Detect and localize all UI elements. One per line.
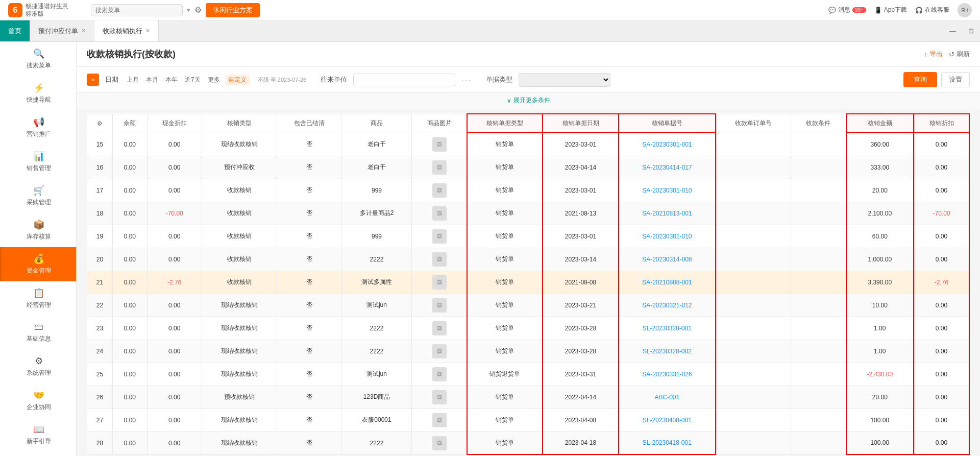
tab-home[interactable]: 首页 xyxy=(0,20,30,41)
partner-input[interactable] xyxy=(353,74,455,86)
td-cash-discount: 0.00 xyxy=(147,179,202,202)
td-bill-no: SA-20230314-008 xyxy=(619,248,716,271)
td-write-off-type: 现结收款核销 xyxy=(202,409,277,431)
date-more[interactable]: 更多 xyxy=(206,75,222,85)
td-row-num: 22 xyxy=(87,294,113,317)
td-write-off-type: 收款核销 xyxy=(202,225,277,248)
tab-receipt-writeoff[interactable]: 收款核销执行 ✕ xyxy=(94,20,159,41)
bill-no-link[interactable]: ABC-001 xyxy=(654,394,679,401)
sidebar-item-marketing[interactable]: 📢 营销推广 xyxy=(0,110,76,145)
td-bill-report-type: 销货单 xyxy=(467,409,543,431)
sidebar-item-sales[interactable]: 📊 销售管理 xyxy=(0,145,76,179)
bill-type-select[interactable] xyxy=(519,73,610,87)
tab-receipt-writeoff-close[interactable]: ✕ xyxy=(145,28,150,34)
td-bill-report-type: 销货单 xyxy=(467,133,543,156)
bill-no-link[interactable]: SL-20230328-001 xyxy=(643,325,692,332)
filter-expand-button[interactable]: » xyxy=(87,74,99,86)
td-write-off-discount: -70.00 xyxy=(914,202,969,225)
query-button[interactable]: 查询 xyxy=(903,72,937,87)
bill-no-link[interactable]: SL-20230418-001 xyxy=(643,439,692,446)
sidebar-item-quicknav[interactable]: ⚡ 快捷导航 xyxy=(0,76,76,110)
tab-maximize[interactable]: ⊡ xyxy=(962,20,980,41)
operations-icon: 📋 xyxy=(33,287,44,299)
td-cash-discount: 0.00 xyxy=(147,363,202,386)
main-content: 收款核销执行(按收款) ↑ 导出 ↺ 刷新 » 日期 上月 本月 本年 近7天 xyxy=(77,42,980,456)
expand-more-button[interactable]: ∨ 展开更多条件 xyxy=(507,96,550,105)
date-7days[interactable]: 近7天 xyxy=(183,75,203,85)
sidebar-item-operations[interactable]: 📋 经营管理 xyxy=(0,281,76,316)
search-input[interactable] xyxy=(91,4,183,16)
online-service-button[interactable]: 🎧 在线客服 xyxy=(915,6,949,14)
td-receipt-order-no xyxy=(716,133,791,156)
search-icon: 🔍 xyxy=(33,48,44,59)
bill-no-link[interactable]: SA-20230321-012 xyxy=(642,302,692,309)
sidebar-item-basic-info[interactable]: 🗃 基础信息 xyxy=(0,316,76,349)
sidebar-item-system[interactable]: ⚙ 系统管理 xyxy=(0,349,76,383)
date-last-month[interactable]: 上月 xyxy=(125,75,141,85)
tab-prepay[interactable]: 预付冲应付单 ✕ xyxy=(30,20,94,41)
bill-no-link[interactable]: SA-20230314-008 xyxy=(642,256,692,263)
sidebar-item-inventory[interactable]: 📦 库存核算 xyxy=(0,213,76,247)
th-write-off-discount: 核销折扣 xyxy=(914,114,969,133)
td-receipt-condition xyxy=(791,133,846,156)
td-write-off-discount: 0.00 xyxy=(914,225,969,248)
table-row: 22 0.00 0.00 现结收款核销 否 测试jun 🖼 销货单 2023-0… xyxy=(87,294,970,317)
settings-button[interactable]: 设置 xyxy=(941,72,970,87)
bill-no-link[interactable]: SA-20230301-001 xyxy=(642,141,692,148)
sidebar-item-purchase[interactable]: 🛒 采购管理 xyxy=(0,179,76,213)
sidebar-item-hardware[interactable]: 💻 智能硬件 xyxy=(0,452,76,456)
td-bill-report-type: 销货单 xyxy=(467,156,543,179)
bill-no-link[interactable]: SA-20210813-001 xyxy=(642,210,692,217)
user-avatar[interactable]: Rit xyxy=(958,3,972,17)
td-receipt-order-no xyxy=(716,202,791,225)
td-cash-discount: 0.00 xyxy=(147,156,202,179)
app-download-button[interactable]: 📱 App下载 xyxy=(874,6,907,14)
sidebar-item-guide[interactable]: 📖 新手引导 xyxy=(0,418,76,452)
bill-no-link[interactable]: SA-20210808-001 xyxy=(642,279,692,286)
td-balance: 0.00 xyxy=(113,340,148,363)
dropdown-icon[interactable]: ▾ xyxy=(187,6,190,14)
td-balance: 0.00 xyxy=(113,133,148,156)
refresh-button[interactable]: ↺ 刷新 xyxy=(949,50,970,59)
table-row: 19 0.00 0.00 收款核销 否 999 🖼 销货单 2023-03-01… xyxy=(87,225,970,248)
td-product-image: 🖼 xyxy=(412,202,467,225)
td-bill-date: 2023-03-28 xyxy=(543,340,618,363)
bill-no-link[interactable]: SL-20230408-001 xyxy=(643,417,692,424)
td-cash-discount: 0.00 xyxy=(147,225,202,248)
td-write-off-amount: 360.00 xyxy=(846,133,914,156)
td-write-off-type: 现结收款核销 xyxy=(202,340,277,363)
th-settings[interactable]: ⚙ xyxy=(87,114,113,133)
td-included-closed: 否 xyxy=(277,340,341,363)
bill-no-link[interactable]: SA-20230414-017 xyxy=(642,164,692,171)
date-this-month[interactable]: 本月 xyxy=(144,75,160,85)
message-button[interactable]: 💬 消息 99+ xyxy=(828,6,866,14)
bill-no-link[interactable]: SA-20230301-010 xyxy=(642,233,692,240)
td-bill-report-type: 销货单 xyxy=(467,179,543,202)
table-row: 15 0.00 0.00 现结收款核销 否 老白干 🖼 销货单 2023-03-… xyxy=(87,133,970,156)
td-cash-discount: 0.00 xyxy=(147,294,202,317)
td-cash-discount: -2.76 xyxy=(147,271,202,294)
td-write-off-type: 预收款核销 xyxy=(202,386,277,409)
date-custom[interactable]: 自定义 xyxy=(225,75,250,85)
sidebar-item-finance[interactable]: 💰 资金管理 xyxy=(0,247,76,281)
sidebar-item-enterprise[interactable]: 🤝 企业协同 xyxy=(0,383,76,418)
bill-no-link[interactable]: SA-20230301-010 xyxy=(642,187,692,194)
td-product: 999 xyxy=(341,179,412,202)
app-logo: 6 畅捷通谱好生意 标准版 xyxy=(8,3,85,17)
td-write-off-type: 预付冲应收 xyxy=(202,156,277,179)
td-row-num: 28 xyxy=(87,431,113,454)
industry-solution-button[interactable]: 休闲行业方案 xyxy=(206,3,260,17)
td-receipt-condition xyxy=(791,386,846,409)
sidebar-item-search[interactable]: 🔍 搜索菜单 xyxy=(0,42,76,76)
bill-no-link[interactable]: SA-20230331-026 xyxy=(642,371,692,378)
tab-prepay-close[interactable]: ✕ xyxy=(81,28,86,34)
table-row: 17 0.00 0.00 收款核销 否 999 🖼 销货单 2023-03-01… xyxy=(87,179,970,202)
tab-minimize[interactable]: — xyxy=(943,20,962,41)
td-write-off-discount: 0.00 xyxy=(914,248,969,271)
bill-no-link[interactable]: SL-20230328-002 xyxy=(643,348,692,355)
export-button[interactable]: ↑ 导出 xyxy=(924,50,943,59)
date-this-year[interactable]: 本年 xyxy=(163,75,180,85)
th-bill-report-type: 核销单据类型 xyxy=(467,114,543,133)
sales-icon: 📊 xyxy=(33,151,44,162)
settings-icon[interactable]: ⚙ xyxy=(194,5,202,15)
